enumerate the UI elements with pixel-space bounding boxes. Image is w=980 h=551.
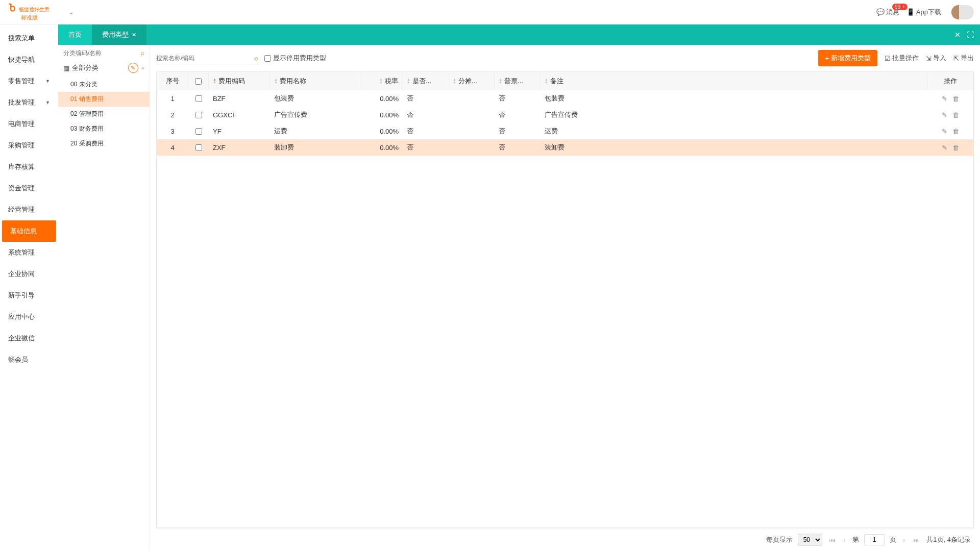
tree-item[interactable]: 20 采购费用 — [58, 136, 150, 151]
sidebar-item[interactable]: 基础信息 — [2, 220, 56, 242]
row-checkbox[interactable] — [195, 144, 202, 151]
search-input[interactable] — [156, 53, 254, 64]
first-page-button[interactable]: ⏮ — [827, 536, 837, 544]
delete-icon[interactable]: 🗑 — [952, 95, 959, 103]
export-icon: ⇱ — [953, 55, 959, 62]
category-search-input[interactable] — [63, 49, 140, 57]
tabbar: 首页费用类型✕ ✕ ⛶ — [58, 24, 980, 45]
col-seq[interactable]: 序号 — [157, 72, 188, 90]
sidebar-item[interactable]: 新手引导 — [0, 285, 58, 306]
col-name[interactable]: ▲▼费用名称 — [270, 72, 362, 90]
col-bool[interactable]: ▲▼是否... — [403, 72, 449, 90]
sidebar-item[interactable]: 系统管理 — [0, 242, 58, 263]
sidebar-item[interactable]: 零售管理▼ — [0, 70, 58, 92]
brand-logo: Ⴆ 畅捷通好生意 标准版 — [6, 3, 52, 21]
avatar[interactable] — [951, 5, 974, 19]
per-page-select[interactable]: 50 — [798, 534, 822, 546]
col-code[interactable]: ▲▼费用编码 — [209, 72, 270, 90]
sidebar-item[interactable]: 库存核算 — [0, 156, 58, 178]
sidebar-item[interactable]: 电商管理 — [0, 113, 58, 135]
toolbar: ⌕ 显示停用费用类型 + 新增费用类型 ☑批量操作 ⇲导入 — [156, 45, 974, 71]
last-page-button[interactable]: ⏭ — [912, 536, 921, 544]
mobile-icon: 📱 — [906, 8, 915, 16]
tree-item[interactable]: 03 财务费用 — [58, 121, 150, 136]
chevron-down-icon: ⌄ — [68, 8, 74, 16]
sidebar: 搜索菜单快捷导航零售管理▼批发管理▼电商管理采购管理库存核算资金管理经营管理基础… — [0, 24, 58, 551]
export-button[interactable]: ⇱导出 — [953, 54, 974, 63]
table-row[interactable]: 1BZF包装费0.00%否否包装费✎🗑 — [157, 90, 973, 107]
total-label: 共1页, 4条记录 — [926, 535, 971, 544]
table-row[interactable]: 2GGXCF广告宣传费0.00%否否广告宣传费✎🗑 — [157, 107, 973, 123]
sidebar-item[interactable]: 搜索菜单 — [0, 28, 58, 49]
col-select-all[interactable] — [188, 72, 209, 90]
edit-icon[interactable]: ✎ — [942, 111, 947, 119]
all-categories-label[interactable]: 全部分类 — [72, 63, 99, 72]
topbar: Ⴆ 畅捷通好生意 标准版 ⌄ 💬 消息 99 + 📱 App下载 — [0, 0, 980, 24]
pagination: 每页显示 50 ⏮ ‹ 第 页 › ⏭ 共1页, 4条记录 — [156, 528, 974, 551]
edit-categories-button[interactable]: ✎ — [128, 63, 138, 73]
close-icon[interactable]: ✕ — [132, 32, 136, 38]
batch-ops-button[interactable]: ☑批量操作 — [885, 54, 919, 63]
grid-icon: ▦ — [63, 64, 69, 72]
sidebar-item[interactable]: 批发管理▼ — [0, 92, 58, 113]
sidebar-item[interactable]: 资金管理 — [0, 178, 58, 199]
prev-page-button[interactable]: ‹ — [842, 536, 847, 544]
sidebar-item[interactable]: 畅会员 — [0, 349, 58, 370]
row-checkbox[interactable] — [195, 128, 202, 135]
plus-icon: + — [825, 55, 829, 62]
messages-badge: 99 + — [892, 4, 908, 10]
table-row[interactable]: 3YF运费0.00%否否运费✎🗑 — [157, 123, 973, 139]
col-share[interactable]: ▲▼分摊... — [449, 72, 495, 90]
delete-icon[interactable]: 🗑 — [952, 111, 959, 119]
sidebar-item[interactable]: 企业微信 — [0, 328, 58, 349]
row-checkbox[interactable] — [195, 112, 202, 118]
tab[interactable]: 费用类型✕ — [92, 24, 146, 45]
app-download-link[interactable]: 📱 App下载 — [906, 8, 941, 17]
sidebar-item[interactable]: 快捷导航 — [0, 49, 58, 70]
sidebar-item[interactable]: 应用中心 — [0, 306, 58, 328]
search-icon[interactable]: ⌕ — [254, 54, 258, 62]
tree-item[interactable]: 02 管理费用 — [58, 107, 150, 121]
search-icon[interactable]: ⌕ — [140, 49, 144, 57]
chevron-down-icon: ▼ — [45, 79, 50, 84]
tree-item[interactable]: 01 销售费用 — [58, 92, 150, 107]
col-pupiao[interactable]: ▲▼普票... — [495, 72, 541, 90]
table-header: 序号 ▲▼费用编码 ▲▼费用名称 ▲▼税率 ▲▼是否... ▲▼分摊... ▲▼… — [157, 72, 973, 90]
col-ops: 操作 — [927, 72, 973, 90]
messages-link[interactable]: 💬 消息 99 + — [876, 8, 899, 17]
message-icon: 💬 — [876, 8, 885, 16]
col-rate[interactable]: ▲▼税率 — [362, 72, 403, 90]
table-row[interactable]: 4ZXF装卸费0.00%否否装卸费✎🗑 — [157, 139, 973, 156]
sidebar-item[interactable]: 企业协同 — [0, 263, 58, 285]
batch-icon: ☑ — [885, 55, 891, 62]
page-input[interactable] — [864, 534, 885, 545]
org-selector[interactable]: ⌄ — [62, 8, 195, 16]
import-button[interactable]: ⇲导入 — [926, 54, 946, 63]
edit-icon[interactable]: ✎ — [942, 128, 947, 135]
sidebar-item[interactable]: 采购管理 — [0, 135, 58, 156]
show-disabled-checkbox[interactable]: 显示停用费用类型 — [264, 54, 326, 63]
row-checkbox[interactable] — [195, 95, 202, 102]
collapse-tree-icon[interactable]: « — [141, 65, 144, 71]
import-icon: ⇲ — [926, 55, 932, 62]
delete-icon[interactable]: 🗑 — [952, 144, 959, 152]
delete-icon[interactable]: 🗑 — [952, 128, 959, 135]
add-fee-type-button[interactable]: + 新增费用类型 — [818, 50, 877, 66]
edit-icon[interactable]: ✎ — [942, 95, 947, 103]
chevron-down-icon: ▼ — [45, 100, 50, 105]
category-tree-panel: ⌕ ▦ 全部分类 ✎ « 00 未分类01 销售费用02 管理费用03 财务费用… — [58, 45, 150, 551]
edit-icon[interactable]: ✎ — [942, 144, 947, 152]
tree-item[interactable]: 00 未分类 — [58, 77, 150, 92]
col-note[interactable]: ▲▼备注 — [541, 72, 927, 90]
next-page-button[interactable]: › — [901, 536, 906, 544]
tab[interactable]: 首页 — [58, 24, 92, 45]
fullscreen-icon[interactable]: ⛶ — [967, 31, 974, 39]
close-tab-icon[interactable]: ✕ — [954, 31, 961, 39]
sidebar-item[interactable]: 经营管理 — [0, 199, 58, 220]
fee-type-table: 序号 ▲▼费用编码 ▲▼费用名称 ▲▼税率 ▲▼是否... ▲▼分摊... ▲▼… — [156, 71, 974, 528]
per-page-label: 每页显示 — [766, 535, 793, 544]
